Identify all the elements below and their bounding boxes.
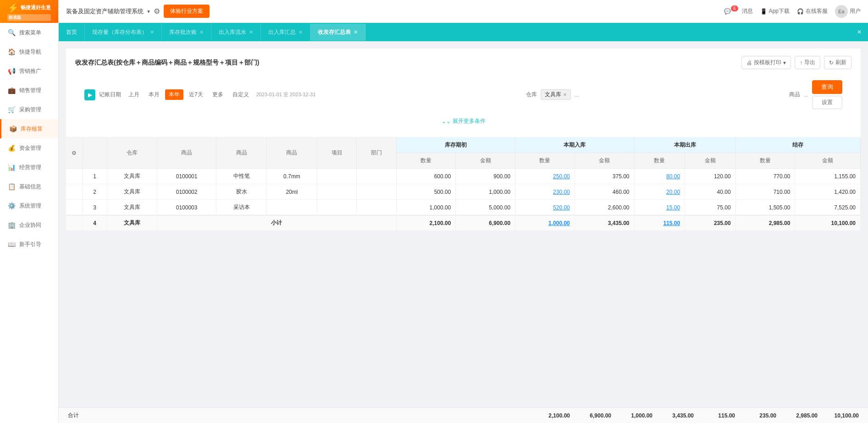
warehouse-tag-close[interactable]: ✕ <box>563 92 567 97</box>
tab-inout-flow[interactable]: 出入库流水 ✕ <box>211 24 261 41</box>
refresh-icon: ↻ <box>829 60 834 66</box>
row3-goods-code: 0100003 <box>157 200 216 215</box>
base-icon: 📋 <box>7 182 16 191</box>
th-group-opening: 库存期初 <box>396 137 515 153</box>
filter-row-1: ▶ 记账日期 上月 本月 本年 近7天 更多 自定义 2023-01-01 至 … <box>84 80 842 109</box>
tab-inout-summary[interactable]: 出入库汇总 ✕ <box>261 24 310 41</box>
date-btn-prev-month[interactable]: 上月 <box>125 89 143 100</box>
sidebar-item-inventory[interactable]: 📦 库存核算 <box>0 119 58 138</box>
tab-close-inventory-dist[interactable]: ✕ <box>150 29 154 35</box>
row2-in-qty[interactable]: 230.00 <box>515 184 575 200</box>
expand-btn[interactable]: ⌄⌄ 展开更多条件 <box>442 115 486 128</box>
avatar: Ea <box>835 5 848 18</box>
online-service-action[interactable]: 🎧 在线客服 <box>797 7 828 15</box>
date-btn-custom[interactable]: 自定义 <box>229 89 253 100</box>
tab-receive-send-label: 收发存汇总表 <box>318 28 351 36</box>
row3-goods-name: 采访本 <box>216 200 266 215</box>
sidebar-item-base[interactable]: 📋 基础信息 <box>0 177 58 196</box>
th-group-out: 本期出库 <box>634 137 735 153</box>
row3-closing-qty: 1,505.00 <box>735 200 795 215</box>
export-button[interactable]: ↑ 导出 <box>795 56 820 69</box>
sidebar-item-guide[interactable]: 📖 新手引导 <box>0 235 58 254</box>
settings-icon[interactable]: ⚙ <box>154 7 160 16</box>
version-badge: 标准版 <box>7 14 51 21</box>
row2-closing-qty: 710.00 <box>735 184 795 200</box>
tab-bar-close[interactable]: ✕ <box>851 24 868 40</box>
sidebar-item-quick-nav[interactable]: 🏠 快捷导航 <box>0 42 58 61</box>
row1-out-qty[interactable]: 80.00 <box>634 169 685 184</box>
row1-in-amt: 375.00 <box>575 169 634 184</box>
page-header: 收发存汇总表(按仓库＋商品编码＋商品＋规格型号＋项目＋部门) 🖨 按模板打印 ▾… <box>66 49 861 137</box>
sidebar-item-business[interactable]: 📊 经营管理 <box>0 158 58 177</box>
sidebar-item-purchase[interactable]: 🛒 采购管理 <box>0 100 58 119</box>
tab-close-inout-summary[interactable]: ✕ <box>299 29 303 35</box>
search-icon: 🔍 <box>7 28 16 37</box>
query-button[interactable]: 查询 <box>812 80 842 94</box>
expand-section: ⌄⌄ 展开更多条件 <box>75 115 851 132</box>
page-actions: 🖨 按模板打印 ▾ ↑ 导出 ↻ 刷新 <box>741 56 851 69</box>
sidebar-item-search[interactable]: 🔍 搜索菜单 <box>0 23 58 42</box>
date-btn-this-year[interactable]: 本年 <box>165 89 183 100</box>
app-download-action[interactable]: 📱 App下载 <box>760 7 790 15</box>
system-dropdown[interactable]: ▾ <box>147 8 150 15</box>
row2-department <box>357 184 396 200</box>
row3-in-qty[interactable]: 520.00 <box>515 200 575 215</box>
inventory-icon: 📦 <box>9 125 17 133</box>
subtotal-row: 4 文具库 小计 2,100.00 6,900.00 1,000.00 3,43… <box>66 215 861 231</box>
row2-out-qty[interactable]: 20.00 <box>634 184 685 200</box>
tab-close-inout-flow[interactable]: ✕ <box>249 29 253 35</box>
tab-inventory-dist[interactable]: 现存量（库存分布表） ✕ <box>85 24 162 41</box>
date-btn-7days[interactable]: 近7天 <box>185 89 207 100</box>
th-settings: ⚙ <box>66 137 83 169</box>
row3-opening-qty: 1,000.00 <box>396 200 456 215</box>
tab-close-batch[interactable]: ✕ <box>199 29 204 35</box>
bottom-bar: 合计 2,100.00 6,900.00 1,000.00 3,435.00 1… <box>59 407 868 423</box>
sidebar-item-system[interactable]: ⚙️ 系统管理 <box>0 196 58 215</box>
subtotal-settings <box>66 215 83 231</box>
logo-text: 畅捷通好生意 <box>21 4 51 11</box>
date-btn-more[interactable]: 更多 <box>209 89 227 100</box>
tab-close-receive-send[interactable]: ✕ <box>354 29 358 35</box>
subtotal-in-qty[interactable]: 1,000.00 <box>515 215 575 231</box>
date-btn-this-month[interactable]: 本月 <box>145 89 163 100</box>
user-action[interactable]: Ea 用户 <box>835 5 861 18</box>
subtotal-in-amt: 3,435.00 <box>575 215 634 231</box>
th-department: 部门 <box>357 137 396 169</box>
warehouse-more[interactable]: ... <box>575 92 579 98</box>
header-left: 装备及固定资产辅助管理系统 ▾ ⚙ 体验行业方案 <box>66 5 210 18</box>
sidebar-item-sales[interactable]: 💼 销售管理 <box>0 81 58 100</box>
sidebar-item-corp[interactable]: 🏢 企业协同 <box>0 215 58 235</box>
marketing-icon: 📢 <box>7 67 16 75</box>
row3-warehouse: 文具库 <box>107 200 157 215</box>
message-action[interactable]: 💬 6 消息 <box>724 7 753 15</box>
sidebar-label-sales: 销售管理 <box>19 87 41 94</box>
filter-toggle[interactable]: ▶ <box>84 89 95 100</box>
page-title: 收发存汇总表(按仓库＋商品编码＋商品＋规格型号＋项目＋部门) <box>75 59 259 67</box>
total-in-amt: 3,435.00 <box>652 412 694 419</box>
header-right: 💬 6 消息 📱 App下载 🎧 在线客服 Ea 用户 <box>724 5 861 18</box>
purchase-icon: 🛒 <box>7 105 16 114</box>
sidebar-item-finance[interactable]: 💰 资金管理 <box>0 138 58 158</box>
row3-out-amt: 75.00 <box>685 200 736 215</box>
tab-batch[interactable]: 库存批次账 ✕ <box>162 24 211 41</box>
goods-more[interactable]: ... <box>804 92 808 98</box>
refresh-button[interactable]: ↻ 刷新 <box>824 56 851 69</box>
sidebar-item-marketing[interactable]: 📢 营销推广 <box>0 61 58 81</box>
row1-in-qty[interactable]: 250.00 <box>515 169 575 184</box>
subtotal-opening-amt: 6,900.00 <box>456 215 515 231</box>
tab-home[interactable]: 首页 <box>59 24 85 41</box>
total-out-qty: 115.00 <box>694 412 735 419</box>
message-icon: 💬 <box>724 8 731 15</box>
tab-receive-send[interactable]: 收发存汇总表 ✕ <box>310 24 365 41</box>
sidebar-label-inventory: 库存核算 <box>21 125 43 133</box>
row3-out-qty[interactable]: 15.00 <box>634 200 685 215</box>
subtotal-warehouse: 文具库 <box>107 215 157 231</box>
print-button[interactable]: 🖨 按模板打印 ▾ <box>741 56 791 69</box>
subtotal-out-qty[interactable]: 115.00 <box>634 215 685 231</box>
experience-button[interactable]: 体验行业方案 <box>164 5 210 18</box>
th-opening-qty: 数量 <box>396 153 456 169</box>
warehouse-tag: 文具库 ✕ <box>541 89 571 100</box>
setting-button[interactable]: 设置 <box>812 96 842 109</box>
online-service-label: 在线客服 <box>806 7 828 15</box>
th-goods-name: 商品 <box>216 137 266 169</box>
